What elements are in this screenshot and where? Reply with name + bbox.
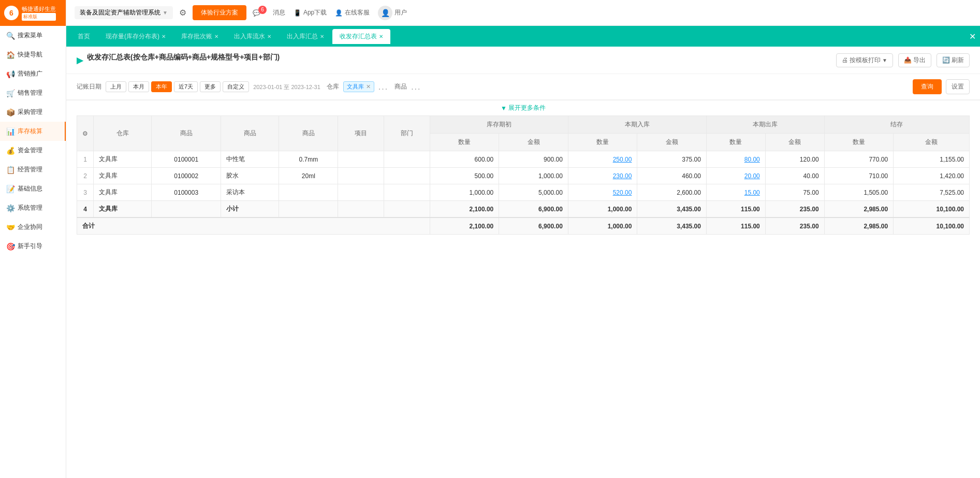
system-title: 装备及固定资产辅助管理系统 bbox=[80, 8, 160, 17]
tab-inventory-dist[interactable]: 现存量(库存分布表) ✕ bbox=[98, 29, 173, 44]
sidebar-item-finance[interactable]: 💰 资金管理 bbox=[0, 141, 66, 160]
page-content: ▶ 收发存汇总表(按仓库+商品编码+商品+规格型号+项目+部门) 🖨 按模板打印… bbox=[66, 47, 980, 478]
cell-link[interactable]: 230.00 bbox=[613, 172, 632, 180]
cell-link[interactable]: 15.00 bbox=[744, 189, 760, 196]
col-settings[interactable]: ⚙ bbox=[77, 116, 94, 151]
sidebar-item-basic[interactable]: 📝 基础信息 bbox=[0, 179, 66, 198]
footer-out-amt: 235.00 bbox=[765, 218, 824, 235]
tab-inout-flow-label: 出入库流水 bbox=[234, 32, 265, 41]
date-btn-this-month[interactable]: 本月 bbox=[128, 81, 149, 92]
sidebar-item-label: 采购管理 bbox=[18, 108, 42, 117]
col-out-qty: 数量 bbox=[706, 134, 765, 151]
print-icon: 🖨 bbox=[842, 56, 848, 64]
export-icon: 📤 bbox=[904, 56, 912, 64]
sidebar-item-enterprise[interactable]: 🤝 企业协同 bbox=[0, 218, 66, 237]
query-button[interactable]: 查询 bbox=[913, 79, 942, 94]
tab-close-icon[interactable]: ✕ bbox=[162, 34, 166, 39]
date-range-text: 2023-01-01 至 2023-12-31 bbox=[253, 83, 320, 91]
goods-filter: 商品 ... bbox=[394, 82, 421, 92]
refresh-btn[interactable]: 🔄 刷新 bbox=[937, 53, 970, 67]
tab-inout-flow[interactable]: 出入库流水 ✕ bbox=[227, 29, 279, 44]
system-selector[interactable]: 装备及固定资产辅助管理系统 ▼ bbox=[75, 6, 173, 19]
tab-close-icon[interactable]: ✕ bbox=[267, 34, 271, 39]
expand-more-btn[interactable]: ▼ 展开更多条件 bbox=[501, 104, 546, 112]
date-btn-last-month[interactable]: 上月 bbox=[106, 81, 126, 92]
table-row: 2文具库0100002胶水20ml500.001,000.00230.00460… bbox=[77, 168, 970, 184]
footer-out-qty: 115.00 bbox=[706, 218, 765, 235]
cell-link[interactable]: 20.00 bbox=[744, 172, 760, 180]
warehouse-tag-text: 文具库 bbox=[347, 83, 364, 91]
table-container: ⚙ 仓库 商品 商品 商品 项目 部门 库存期初 本期入库 本期出库 结存 数量 bbox=[66, 115, 980, 245]
tab-close-icon[interactable]: ✕ bbox=[320, 34, 324, 39]
sidebar-item-marketing[interactable]: 📢 营销推广 bbox=[0, 64, 66, 83]
page-header: ▶ 收发存汇总表(按仓库+商品编码+商品+规格型号+项目+部门) 🖨 按模板打印… bbox=[66, 47, 980, 74]
tab-close-icon[interactable]: ✕ bbox=[379, 34, 383, 39]
tabs-bar: 首页 现存量(库存分布表) ✕ 库存批次账 ✕ 出入库流水 ✕ 出入库汇总 ✕ … bbox=[66, 26, 980, 47]
trial-button[interactable]: 体验行业方案 bbox=[193, 5, 246, 20]
col-warehouse: 仓库 bbox=[94, 116, 152, 151]
tab-home[interactable]: 首页 bbox=[70, 29, 97, 44]
date-btn-this-year[interactable]: 本年 bbox=[151, 81, 172, 92]
tab-receive-send[interactable]: 收发存汇总表 ✕ bbox=[332, 29, 390, 44]
tab-receive-send-label: 收发存汇总表 bbox=[340, 32, 377, 41]
warehouse-tag-close[interactable]: ✕ bbox=[366, 83, 371, 90]
messages-label: 消息 bbox=[273, 8, 285, 17]
date-btn-more[interactable]: 更多 bbox=[200, 81, 221, 92]
tab-close-icon[interactable]: ✕ bbox=[214, 34, 218, 39]
sidebar-item-system[interactable]: ⚙️ 系统管理 bbox=[0, 198, 66, 218]
col-opening-amount: 金额 bbox=[499, 134, 568, 151]
system-icon: ⚙️ bbox=[6, 204, 14, 212]
gear-icon[interactable]: ⚙ bbox=[179, 8, 186, 18]
sidebar-nav: 🔍 搜索菜单 🏠 快捷导航 📢 营销推广 🛒 销售管理 📦 采购管理 📊 库存核… bbox=[0, 26, 66, 478]
footer-label: 合计 bbox=[77, 218, 430, 235]
app-download-btn[interactable]: 📱 App下载 bbox=[294, 8, 327, 17]
basic-icon: 📝 bbox=[6, 185, 14, 193]
tab-inout-summary[interactable]: 出入库汇总 ✕ bbox=[280, 29, 331, 44]
warehouse-tag[interactable]: 文具库 ✕ bbox=[343, 81, 374, 92]
date-btn-custom[interactable]: 自定义 bbox=[223, 81, 249, 92]
print-btn[interactable]: 🖨 按模板打印 ▼ bbox=[836, 53, 893, 67]
sidebar-item-sales[interactable]: 🛒 销售管理 bbox=[0, 83, 66, 103]
finance-icon: 💰 bbox=[6, 147, 14, 155]
tab-batch[interactable]: 库存批次账 ✕ bbox=[174, 29, 226, 44]
cell-link[interactable]: 250.00 bbox=[613, 156, 632, 163]
collapse-btn[interactable]: ▶ bbox=[77, 55, 83, 65]
goods-more-dots[interactable]: ... bbox=[411, 82, 421, 92]
warehouse-more-dots[interactable]: ... bbox=[378, 82, 388, 92]
settings-button[interactable]: 设置 bbox=[946, 79, 970, 94]
tab-batch-label: 库存批次账 bbox=[181, 32, 212, 41]
cell-link[interactable]: 520.00 bbox=[613, 189, 632, 196]
col-out-amount: 金额 bbox=[765, 134, 824, 151]
col-goods-spec: 商品 bbox=[279, 116, 338, 151]
footer-open-amt: 6,900.00 bbox=[499, 218, 568, 235]
main-area: 装备及固定资产辅助管理系统 ▼ ⚙ 体验行业方案 💬 6 消息 📱 App下载 … bbox=[66, 0, 980, 478]
data-table: ⚙ 仓库 商品 商品 商品 项目 部门 库存期初 本期入库 本期出库 结存 数量 bbox=[77, 115, 970, 235]
cell-link[interactable]: 80.00 bbox=[744, 156, 760, 163]
sales-icon: 🛒 bbox=[6, 89, 14, 97]
marketing-icon: 📢 bbox=[6, 70, 14, 78]
user-btn[interactable]: 👤 用户 bbox=[378, 6, 407, 20]
sidebar-item-operation[interactable]: 📋 经营管理 bbox=[0, 160, 66, 179]
online-service-btn[interactable]: 👤 在线客服 bbox=[335, 8, 370, 17]
filter-bar: 记账日期 上月 本月 本年 近7天 更多 自定义 2023-01-01 至 20… bbox=[66, 74, 980, 100]
footer-bal-qty: 2,985.00 bbox=[824, 218, 894, 235]
warehouse-filter: 仓库 文具库 ✕ ... bbox=[327, 81, 388, 92]
messages-btn[interactable]: 💬 6 消息 bbox=[253, 8, 285, 17]
sidebar-item-purchase[interactable]: 📦 采购管理 bbox=[0, 103, 66, 122]
export-btn[interactable]: 📤 导出 bbox=[898, 53, 931, 67]
enterprise-icon: 🤝 bbox=[6, 223, 14, 231]
date-btn-7days[interactable]: 近7天 bbox=[174, 81, 198, 92]
logo-badge: 标准版 bbox=[22, 13, 56, 21]
sidebar-item-inventory[interactable]: 📊 库存核算 bbox=[0, 122, 66, 141]
purchase-icon: 📦 bbox=[6, 108, 14, 117]
sidebar-item-guide[interactable]: 🎯 新手引导 bbox=[0, 237, 66, 256]
expand-more-label: 展开更多条件 bbox=[508, 104, 546, 112]
sidebar-item-search[interactable]: 🔍 搜索菜单 bbox=[0, 26, 66, 45]
sidebar-item-quick[interactable]: 🏠 快捷导航 bbox=[0, 45, 66, 64]
tabs-close-all-btn[interactable]: ✕ bbox=[969, 32, 976, 41]
goods-filter-label: 商品 bbox=[394, 82, 407, 91]
sidebar-item-label: 搜索菜单 bbox=[18, 31, 42, 40]
date-filter: 记账日期 上月 本月 本年 近7天 更多 自定义 2023-01-01 至 20… bbox=[77, 81, 320, 92]
date-buttons: 上月 本月 本年 近7天 更多 自定义 bbox=[106, 81, 249, 92]
col-goods-code: 商品 bbox=[152, 116, 221, 151]
